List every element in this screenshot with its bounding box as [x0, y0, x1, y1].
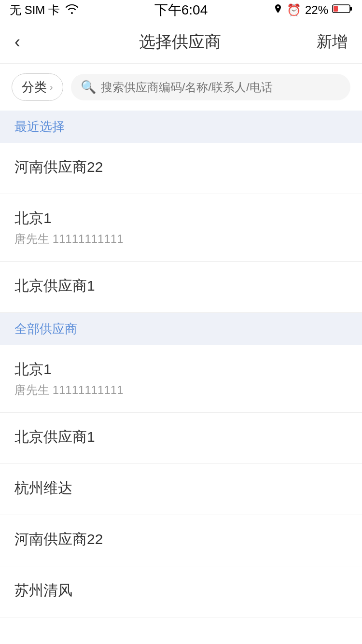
status-bar-left: 无 SIM 卡	[10, 2, 79, 18]
battery-label: 22%	[305, 3, 328, 17]
item-name: 北京1	[14, 209, 348, 228]
item-name: 北京供应商1	[14, 276, 348, 296]
item-name: 河南供应商22	[14, 157, 348, 177]
item-sub: 唐先生 11111111111	[14, 231, 348, 247]
status-bar-time: 下午6:04	[154, 1, 208, 19]
battery-icon	[332, 3, 352, 17]
section-header-all: 全部供应商	[0, 313, 362, 345]
filter-bar: 分类 › 🔍	[0, 64, 362, 111]
search-input[interactable]	[101, 81, 341, 94]
category-label: 分类	[22, 79, 47, 96]
list-item[interactable]: 北京1唐先生 11111111111	[0, 194, 362, 262]
svg-rect-2	[334, 6, 338, 12]
wifi-icon	[65, 3, 79, 17]
nav-bar: ‹ 选择供应商 新增	[0, 20, 362, 64]
category-button[interactable]: 分类 ›	[12, 73, 63, 101]
item-name: 杭州维达	[14, 478, 348, 498]
list-item[interactable]: 河南供应商22	[0, 143, 362, 194]
location-icon	[273, 3, 283, 17]
section-header-recent: 最近选择	[0, 111, 362, 143]
list-item[interactable]: 北京供应商1	[0, 413, 362, 464]
back-button[interactable]: ‹	[14, 32, 43, 52]
status-bar-right: ⏰ 22%	[273, 3, 352, 17]
search-icon: 🔍	[81, 80, 96, 95]
svg-rect-1	[350, 7, 352, 11]
list-item[interactable]: 北京供应商1	[0, 262, 362, 313]
list-item[interactable]: 河南供应商22	[0, 515, 362, 566]
search-box: 🔍	[71, 74, 350, 100]
alarm-icon: ⏰	[287, 3, 301, 17]
item-sub: 唐先生 11111111111	[14, 382, 348, 398]
item-name: 苏州清风	[14, 581, 348, 601]
list-item[interactable]: 苏州清风	[0, 566, 362, 617]
list-item[interactable]: 北京1唐先生 11111111111	[0, 345, 362, 413]
sim-label: 无 SIM 卡	[10, 2, 60, 18]
section-header-text-all: 全部供应商	[14, 322, 77, 336]
section-header-text-recent: 最近选择	[14, 119, 65, 134]
item-name: 北京供应商1	[14, 427, 348, 447]
item-name: 河南供应商22	[14, 530, 348, 549]
list-item[interactable]: 杭州维达	[0, 464, 362, 515]
item-name: 北京1	[14, 360, 348, 379]
new-action-button[interactable]: 新增	[317, 31, 348, 53]
supplier-list: 最近选择河南供应商22北京1唐先生 11111111111北京供应商1全部供应商…	[0, 111, 362, 617]
page-title: 选择供应商	[139, 31, 221, 53]
status-bar: 无 SIM 卡 下午6:04 ⏰ 22%	[0, 0, 362, 20]
chevron-right-icon: ›	[50, 82, 53, 93]
